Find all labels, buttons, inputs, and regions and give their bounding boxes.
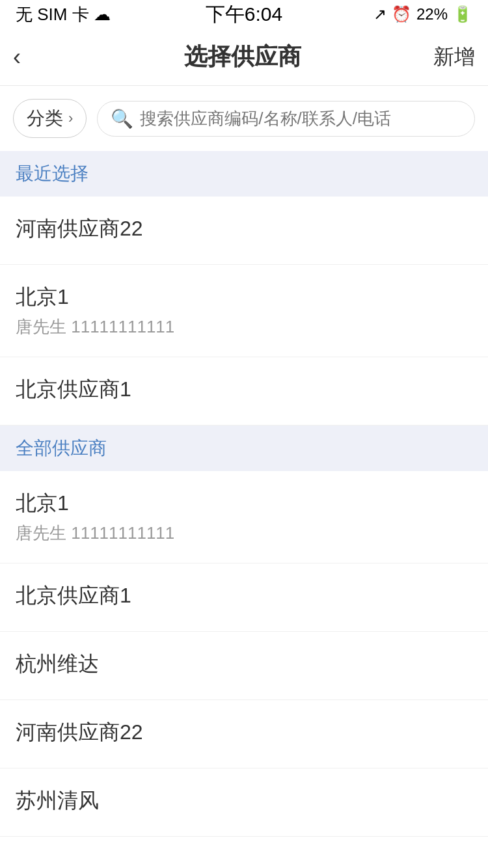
item-name: 杭州维达 bbox=[16, 650, 472, 679]
no-sim-text: 无 SIM 卡 ☁ bbox=[16, 3, 111, 26]
list-item[interactable]: 北京供应商1 bbox=[0, 563, 488, 632]
status-time: 下午6:04 bbox=[206, 1, 282, 28]
battery-icon: 🔋 bbox=[453, 5, 472, 23]
status-right: ↗ ⏰ 22% 🔋 bbox=[373, 5, 472, 23]
alarm-icon: ⏰ bbox=[392, 5, 411, 23]
item-name: 北京1 bbox=[16, 489, 472, 518]
status-left: 无 SIM 卡 ☁ bbox=[16, 3, 111, 26]
list-item[interactable]: 北京供应商1 bbox=[0, 357, 488, 426]
chevron-right-icon: › bbox=[68, 110, 73, 127]
list-item[interactable]: 苏州清风 bbox=[0, 768, 488, 837]
search-icon: 🔍 bbox=[111, 108, 133, 129]
list-item[interactable]: 河南供应商22 bbox=[0, 700, 488, 768]
item-name: 苏州清风 bbox=[16, 787, 472, 815]
category-label: 分类 bbox=[27, 106, 63, 131]
list-item[interactable]: 北京1 唐先生 11111111111 bbox=[0, 471, 488, 563]
item-name: 河南供应商22 bbox=[16, 215, 472, 243]
category-filter-button[interactable]: 分类 › bbox=[13, 99, 87, 138]
all-items-list: 北京1 唐先生 11111111111 北京供应商1 杭州维达 河南供应商22 … bbox=[0, 471, 488, 837]
status-bar: 无 SIM 卡 ☁ 下午6:04 ↗ ⏰ 22% 🔋 bbox=[0, 0, 488, 29]
recent-items-list: 河南供应商22 北京1 唐先生 11111111111 北京供应商1 bbox=[0, 197, 488, 426]
list-item[interactable]: 北京1 唐先生 11111111111 bbox=[0, 265, 488, 357]
item-name: 河南供应商22 bbox=[16, 718, 472, 747]
location-icon: ↗ bbox=[373, 5, 386, 23]
item-name: 北京供应商1 bbox=[16, 582, 472, 610]
filter-bar: 分类 › 🔍 bbox=[0, 86, 488, 151]
page-title: 选择供应商 bbox=[184, 41, 301, 73]
list-item[interactable]: 河南供应商22 bbox=[0, 197, 488, 265]
back-button[interactable]: ‹ bbox=[13, 44, 52, 71]
item-name: 北京供应商1 bbox=[16, 375, 472, 404]
nav-bar: ‹ 选择供应商 新增 bbox=[0, 29, 488, 86]
item-name: 北京1 bbox=[16, 283, 472, 312]
item-sub: 唐先生 11111111111 bbox=[16, 316, 472, 338]
recent-section-header: 最近选择 bbox=[0, 151, 488, 197]
search-input[interactable] bbox=[140, 109, 461, 129]
all-section-header: 全部供应商 bbox=[0, 426, 488, 471]
search-box[interactable]: 🔍 bbox=[97, 101, 475, 137]
add-new-button[interactable]: 新增 bbox=[433, 43, 475, 72]
list-item[interactable]: 杭州维达 bbox=[0, 632, 488, 700]
battery-text: 22% bbox=[416, 5, 448, 23]
item-sub: 唐先生 11111111111 bbox=[16, 522, 472, 545]
